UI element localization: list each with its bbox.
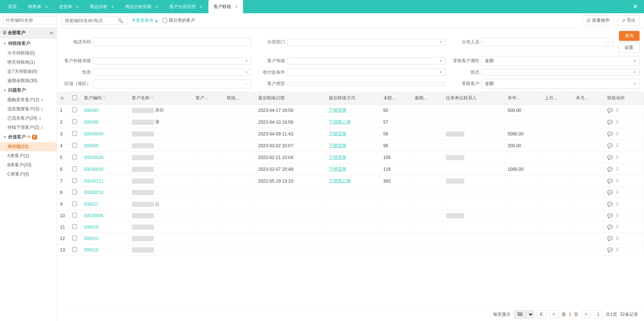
row-checkbox[interactable] (72, 247, 77, 252)
grid-action-icon[interactable]: ⠿ (616, 155, 619, 160)
row-checkbox[interactable] (72, 155, 77, 159)
sidebar-group-problem[interactable]: ▼ 问题客户 (0, 85, 57, 95)
customer-type-select[interactable] (287, 82, 445, 86)
message-icon[interactable]: 💬 (607, 190, 613, 195)
grid-action-icon[interactable]: ⠿ (616, 202, 619, 207)
payment-select[interactable]: ▼ (287, 69, 445, 76)
export-button[interactable]: ↗ 导出 (617, 15, 640, 25)
person-select[interactable]: ··· (482, 38, 613, 46)
tab-analysis[interactable]: 商品分析 ✕ (85, 0, 119, 13)
next-page-button[interactable]: > (581, 310, 591, 318)
settings-icon[interactable]: ⚙ (60, 96, 64, 101)
method-link[interactable]: 下销售订单 (329, 119, 351, 124)
reset-button[interactable]: 设置 (618, 42, 640, 53)
sidebar-group-pending[interactable]: ▼ 待联络客户 (0, 39, 57, 49)
last-page-button[interactable]: 1 (594, 310, 603, 318)
tab-sales[interactable]: 销售单 ✕ (23, 0, 53, 13)
sidebar-item-today[interactable]: 今天待联络(0) (0, 49, 57, 58)
row-checkbox[interactable] (72, 107, 77, 112)
close-tab-customer-contact[interactable]: ✕ (235, 5, 238, 9)
grid-action-icon[interactable]: ⠿ (616, 225, 619, 230)
close-tab-analysis[interactable]: ✕ (111, 5, 114, 9)
message-icon[interactable]: 💬 (607, 202, 613, 207)
tab-analysis-list[interactable]: 商品分析列表 ✕ (120, 0, 163, 13)
first-page-button[interactable]: K (537, 310, 546, 318)
method-link[interactable]: 下销货单 (329, 131, 346, 136)
sidebar-group-value[interactable]: ▼ 价值客户 ↻ F (0, 132, 57, 142)
row-checkbox[interactable] (72, 201, 77, 206)
grid-action-icon[interactable]: ⠿ (616, 167, 619, 172)
row-checkbox[interactable] (72, 143, 77, 148)
message-icon[interactable]: 💬 (607, 155, 613, 160)
close-tab-analysis-list[interactable]: ✕ (155, 5, 158, 9)
row-checkbox[interactable] (72, 131, 77, 136)
sidebar-item-tomorrow[interactable]: 明天待联络(1) (0, 58, 57, 67)
sidebar-item-churn-warning[interactable]: 流失预警客户(3) ℹ (0, 105, 57, 114)
customer-level-select[interactable]: ▼ (287, 57, 445, 64)
message-icon[interactable]: 💬 (607, 213, 613, 218)
grid-action-icon[interactable]: ⠿ (616, 143, 619, 148)
method-link[interactable]: 下销售订单 (329, 178, 351, 183)
sidebar-item-all-customers[interactable]: ⠿ 全部客户 ≪ (0, 28, 57, 39)
collapse-all-icon[interactable]: ≪ (49, 31, 54, 35)
phone-input[interactable] (93, 38, 251, 46)
message-icon[interactable]: 💬 (607, 225, 613, 230)
message-icon[interactable]: 💬 (607, 120, 613, 125)
region-select[interactable]: ··· (93, 80, 251, 88)
message-icon[interactable]: 💬 (607, 179, 613, 184)
tab-customer-mgmt[interactable]: 客户分层经营 ✕ (164, 0, 208, 13)
prev-page-button[interactable]: < (549, 310, 559, 318)
select-all-checkbox[interactable] (72, 95, 77, 100)
search-icon[interactable]: 🔍 (118, 18, 123, 23)
sidebar-item-overdue-contact[interactable]: 逾期未联络(30) (0, 76, 57, 85)
message-icon[interactable]: 💬 (607, 236, 613, 241)
sidebar-item-ungrouped[interactable]: 未分组(32) (0, 142, 57, 151)
sidebar-item-class-c[interactable]: C类客户(6) (0, 170, 57, 179)
row-checkbox[interactable] (72, 166, 77, 171)
method-link[interactable]: 下销货单 (329, 143, 346, 148)
refresh-icon[interactable]: ↻ (27, 135, 31, 140)
row-checkbox[interactable] (72, 178, 77, 183)
gender-select[interactable]: ▼ (93, 69, 251, 76)
retail-customer-select[interactable]: 全部 ▼ (482, 79, 640, 89)
sidebar-search-input[interactable] (3, 16, 57, 24)
method-link[interactable]: 下销货单 (329, 155, 346, 160)
sidebar-item-7days[interactable]: 近7天待联络(0) (0, 67, 57, 76)
method-link[interactable]: 下销货单 (329, 166, 346, 172)
row-checkbox[interactable] (72, 190, 77, 194)
more-conditions-button[interactable]: ⧩ 更多条件 ▲ (131, 17, 159, 24)
message-icon[interactable]: 💬 (607, 108, 613, 113)
tab-customer-contact[interactable]: 客户联络 ✕ (208, 0, 243, 13)
tab-purchase[interactable]: 进货单 ✕ (54, 0, 84, 13)
method-link[interactable]: 下销货单 (329, 107, 346, 113)
message-icon[interactable]: 💬 (607, 131, 613, 137)
region-more-icon[interactable]: ··· (244, 81, 248, 87)
message-icon[interactable]: 💬 (607, 143, 613, 148)
dept-select[interactable]: ▼ (287, 39, 445, 46)
tab-home[interactable]: 首页 (3, 0, 22, 13)
status-select[interactable]: ▼ (482, 69, 640, 76)
row-checkbox[interactable] (72, 119, 77, 124)
window-close-button[interactable]: ✕ (630, 3, 641, 11)
grid-action-icon[interactable]: ⠿ (616, 213, 619, 218)
close-tab-customer-mgmt[interactable]: ✕ (200, 5, 203, 9)
search-input[interactable] (65, 18, 116, 23)
close-tab-purchase[interactable]: ✕ (76, 5, 79, 9)
sidebar-item-declining[interactable]: 持续下滑客户(2) ℹ (0, 123, 57, 132)
grid-action-icon[interactable]: ⠿ (616, 131, 619, 137)
retail-attr-select[interactable]: 全部 ▼ (482, 56, 640, 66)
close-tab-sales[interactable]: ✕ (45, 5, 48, 9)
price-level-select[interactable]: ▼ (93, 57, 251, 64)
grid-action-icon[interactable]: ⠿ (616, 120, 619, 125)
grid-action-icon[interactable]: ⠿ (616, 236, 619, 241)
grid-action-icon[interactable]: ⠿ (616, 247, 619, 253)
sidebar-item-churned[interactable]: 已流失客户(24) ℹ (0, 114, 57, 123)
sidebar-item-class-a[interactable]: A类客户(1) (0, 151, 57, 160)
page-size-select[interactable]: 50 100 (514, 310, 534, 319)
row-checkbox[interactable] (72, 236, 77, 240)
sidebar-item-abnormal[interactable]: 囤购异常客户(2) ℹ (0, 95, 57, 105)
sidebar-item-class-b[interactable]: B类客户(33) (0, 160, 57, 170)
person-more-icon[interactable]: ··· (606, 39, 610, 45)
message-icon[interactable]: 💬 (607, 167, 613, 172)
grid-action-icon[interactable]: ⠿ (616, 190, 619, 195)
